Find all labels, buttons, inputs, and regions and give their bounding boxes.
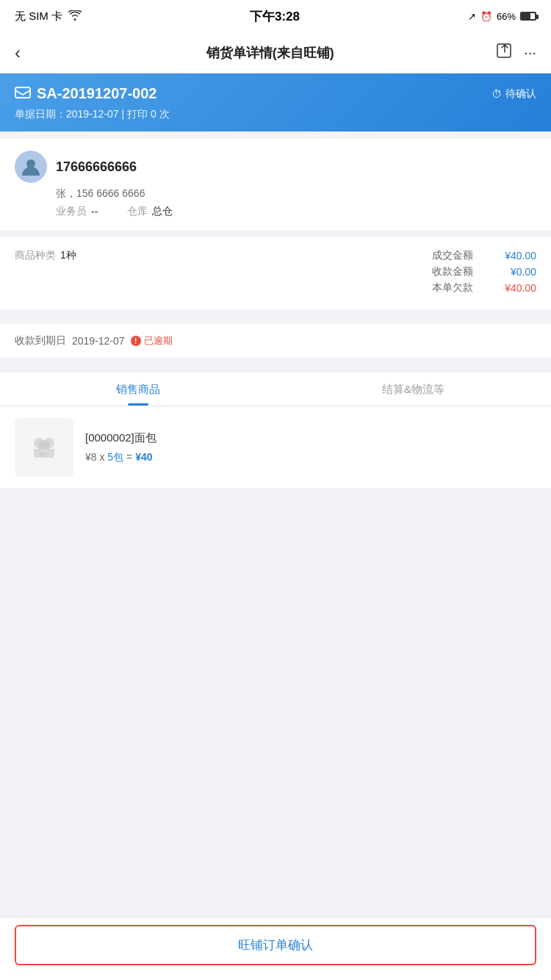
nav-actions: ··· [496,43,536,62]
order-id: SA-20191207-002 [15,85,156,102]
carrier-text: 无 SIM 卡 [15,10,62,24]
status-right: ↗ ⏰ 66% [468,11,536,22]
divider-2 [0,309,551,317]
amount-value: ¥40.00 [485,250,536,262]
nav-title: 销货单详情(来自旺铺) [44,44,496,62]
tab-settlement[interactable]: 结算&物流等 [276,372,551,406]
payment-label: 收款金额 [432,265,473,278]
overdue-badge: ! 已逾期 [131,334,173,347]
wifi-icon [68,10,82,23]
overdue-text: 已逾期 [144,334,173,347]
divider-1 [0,230,551,237]
amount-label: 成交金额 [432,249,473,262]
table-row: 野+ [0000002]面包 ¥8 x 5包 = ¥40 [0,406,551,489]
price-text: ¥8 x [85,451,107,463]
tabs-bar: 销售商品 结算&物流等 [0,372,551,406]
order-status: ⏱ 待确认 [491,87,536,101]
warehouse-value: 总仓 [152,205,173,218]
clock-icon: ⏱ [491,88,502,100]
confirm-order-button[interactable]: 旺铺订单确认 [15,925,536,965]
back-button[interactable]: ‹ [15,43,44,63]
share-button[interactable] [496,43,512,62]
order-date: 单据日期：2019-12-07 | 打印 0 次 [15,108,536,121]
product-info: [0000002]面包 ¥8 x 5包 = ¥40 [85,431,536,464]
product-price: ¥8 x 5包 = ¥40 [85,451,536,464]
more-button[interactable]: ··· [524,44,536,61]
payment-value: ¥0.00 [485,266,536,278]
tab-sales[interactable]: 销售商品 [0,372,276,406]
due-date-value: 2019-12-07 [72,335,125,347]
svg-rect-1 [15,87,30,98]
salesman-value: -- [91,206,98,217]
summary-section: 商品种类 1种 成交金额 ¥40.00 收款金额 ¥0.00 本单欠款 ¥40.… [0,237,551,309]
due-section: 收款到期日 2019-12-07 ! 已逾期 [0,324,551,358]
due-label: 收款到期日 [15,334,66,347]
debt-value: ¥40.00 [485,282,536,294]
customer-name: 张，156 6666 6666 [56,187,536,201]
warehouse-label: 仓库 [127,205,148,218]
bottom-bar: 旺铺订单确认 [0,917,551,980]
qty-text: 5包 [107,451,123,463]
customer-section: 17666666666 张，156 6666 6666 业务员 -- 仓库 总仓 [0,139,551,230]
overdue-dot-icon: ! [131,336,141,346]
type-label: 商品种类 [15,249,56,262]
status-left: 无 SIM 卡 [15,10,82,24]
order-icon [15,85,31,102]
total-text: ¥40 [135,451,152,463]
alarm-icon: ⏰ [480,11,492,22]
status-bar: 无 SIM 卡 下午3:28 ↗ ⏰ 66% [0,0,551,32]
order-header: SA-20191207-002 ⏱ 待确认 单据日期：2019-12-07 | … [0,73,551,131]
nav-bar: ‹ 销货单详情(来自旺铺) ··· [0,32,551,73]
battery-percent: 66% [497,11,516,22]
customer-meta: 业务员 -- 仓库 总仓 [56,205,536,218]
tabs-section: 销售商品 结算&物流等 野+ [0000002]面包 ¥8 x 5包 = ¥40 [0,372,551,489]
content-spacer [0,489,551,621]
product-name: [0000002]面包 [85,431,536,445]
status-time: 下午3:28 [250,8,300,25]
debt-label: 本单欠款 [432,281,473,295]
salesman-label: 业务员 [56,205,87,218]
type-value: 1种 [60,249,76,262]
svg-text:野+: 野+ [40,452,48,457]
battery-icon [520,12,536,21]
customer-phone: 17666666666 [56,159,137,175]
location-icon: ↗ [468,11,476,22]
summary-amounts: 成交金额 ¥40.00 收款金额 ¥0.00 本单欠款 ¥40.00 [432,249,536,298]
divider-3 [0,358,551,365]
avatar [15,151,47,183]
product-thumbnail: 野+ [15,418,73,477]
equals-text: = [123,451,135,463]
product-list: 野+ [0000002]面包 ¥8 x 5包 = ¥40 [0,406,551,489]
